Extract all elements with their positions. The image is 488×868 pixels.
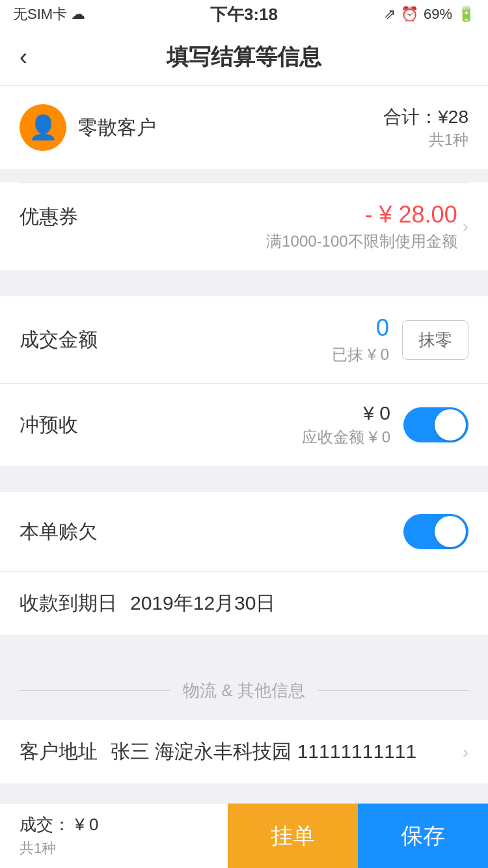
bottom-deal: 成交： ¥ 0 <box>20 813 208 836</box>
address-section[interactable]: 客户地址 张三 海淀永丰科技园 11111111111 › <box>0 720 488 783</box>
date-value: 2019年12月30日 <box>130 590 275 617</box>
chevron-right-icon: › <box>463 742 468 763</box>
customer-name: 零散客户 <box>78 115 156 141</box>
prepay-right: ¥ 0 应收金额 ¥ 0 <box>302 402 468 448</box>
amount-value-wrap: 0 已抹 ¥ 0 <box>332 314 389 365</box>
page-title: 填写结算等信息 <box>167 42 321 72</box>
bottom-info: 成交： ¥ 0 共1种 <box>0 813 228 858</box>
customer-total: 合计：¥28 <box>383 105 468 129</box>
debt-row: 本单赊欠 <box>0 492 488 571</box>
customer-left: 👤 零散客户 <box>20 104 156 151</box>
logistics-line-left <box>20 690 170 691</box>
customer-right: 合计：¥28 共1种 <box>383 105 468 150</box>
prepay-label: 冲预收 <box>20 412 78 439</box>
coupon-desc: 满1000-100不限制使用金额 <box>266 231 457 252</box>
prepay-value-wrap: ¥ 0 应收金额 ¥ 0 <box>302 402 390 448</box>
status-right: ⇗ ⏰ 69% 🔋 <box>384 6 475 23</box>
save-button[interactable]: 保存 <box>358 804 488 869</box>
section-gap-1 <box>0 283 488 296</box>
coupon-section[interactable]: 优惠券 - ¥ 28.00 满1000-100不限制使用金额 › <box>0 182 488 270</box>
hang-button[interactable]: 挂单 <box>228 804 358 869</box>
battery-label: 69% <box>424 6 452 23</box>
debt-toggle[interactable] <box>403 514 468 549</box>
alarm-icon: ⏰ <box>401 6 418 23</box>
battery-icon: 🔋 <box>457 6 475 23</box>
status-bar: 无SIM卡 ☁ 下午3:18 ⇗ ⏰ 69% 🔋 <box>0 0 488 29</box>
address-row[interactable]: 客户地址 张三 海淀永丰科技园 11111111111 › <box>0 720 488 783</box>
chevron-right-icon: › <box>463 216 468 237</box>
coupon-amount: - ¥ 28.00 <box>266 201 457 228</box>
status-left: 无SIM卡 ☁ <box>13 5 85 24</box>
bottom-count: 共1种 <box>20 839 208 858</box>
amount-sub: 已抹 ¥ 0 <box>332 344 389 365</box>
deal-label: 成交： <box>20 815 70 834</box>
date-row: 收款到期日 2019年12月30日 <box>0 571 488 635</box>
coupon-label: 优惠券 <box>20 201 78 230</box>
bottom-bar: 成交： ¥ 0 共1种 挂单 保存 <box>0 803 488 868</box>
debt-toggle-knob <box>435 516 466 547</box>
prepay-toggle[interactable] <box>403 407 468 442</box>
customer-row: 👤 零散客户 合计：¥28 共1种 <box>0 86 488 169</box>
logistics-section-header: 物流 & 其他信息 <box>0 661 488 720</box>
navbar: ‹ 填写结算等信息 <box>0 29 488 86</box>
section-gap-3 <box>0 635 488 648</box>
section-gap-2 <box>0 466 488 479</box>
debt-section: 本单赊欠 收款到期日 2019年12月30日 <box>0 492 488 635</box>
customer-count: 共1种 <box>383 129 468 150</box>
coupon-row[interactable]: 优惠券 - ¥ 28.00 满1000-100不限制使用金额 › <box>0 183 488 270</box>
deal-amount: ¥ 0 <box>75 815 98 834</box>
coupon-right: - ¥ 28.00 满1000-100不限制使用金额 › <box>266 201 468 252</box>
amount-value: 0 <box>332 314 389 342</box>
amount-label: 成交金额 <box>20 327 98 353</box>
debt-label: 本单赊欠 <box>20 519 98 545</box>
address-value: 张三 海淀永丰科技园 11111111111 <box>111 739 456 765</box>
status-time: 下午3:18 <box>210 3 278 26</box>
prepay-row: 冲预收 ¥ 0 应收金额 ¥ 0 <box>0 383 488 466</box>
amount-right: 0 已抹 ¥ 0 抹零 <box>332 314 468 365</box>
logistics-label: 物流 & 其他信息 <box>183 679 305 702</box>
avatar: 👤 <box>20 104 66 151</box>
sim-label: 无SIM卡 ☁ <box>13 5 85 24</box>
amount-row: 成交金额 0 已抹 ¥ 0 抹零 <box>0 296 488 383</box>
date-label: 收款到期日 <box>20 590 117 617</box>
toggle-knob <box>435 409 466 441</box>
customer-section: 👤 零散客户 合计：¥28 共1种 <box>0 86 488 169</box>
prepay-value: ¥ 0 <box>302 402 390 424</box>
coupon-detail: - ¥ 28.00 满1000-100不限制使用金额 <box>266 201 457 252</box>
back-button[interactable]: ‹ <box>20 44 27 71</box>
location-icon: ⇗ <box>384 6 396 23</box>
address-label: 客户地址 <box>20 739 98 765</box>
transaction-section: 成交金额 0 已抹 ¥ 0 抹零 冲预收 ¥ 0 应收金额 ¥ 0 <box>0 296 488 466</box>
round-button[interactable]: 抹零 <box>402 320 468 360</box>
logistics-line-right <box>318 690 468 691</box>
prepay-sub: 应收金额 ¥ 0 <box>302 427 390 448</box>
